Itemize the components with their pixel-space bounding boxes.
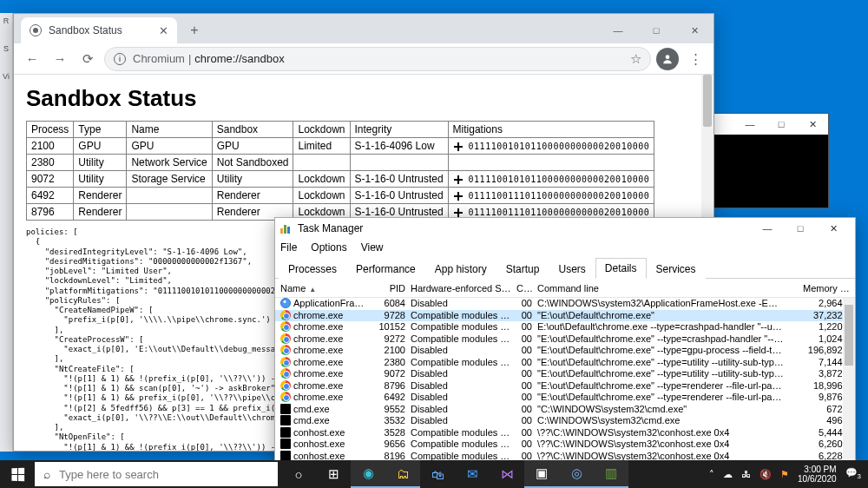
chromium-icon[interactable]: ◎ [559,460,594,488]
process-row[interactable]: chrome.exe9272Compatible modules only00"… [275,333,855,346]
browser-tab[interactable]: Sandbox Status ✕ [21,17,177,43]
window-title: Task Manager [298,222,363,234]
omnibox-path: chrome://sandbox [194,52,284,65]
mail-icon[interactable]: ✉ [455,460,490,488]
tab-title: Sandbox Status [49,24,122,36]
process-icon [280,427,291,438]
process-row[interactable]: ApplicationFrameHost...6084Disabled00C:\… [275,298,855,310]
tab-users[interactable]: Users [549,259,595,279]
process-row[interactable]: chrome.exe10152Compatible modules only00… [275,321,855,333]
column-header: Sandbox [212,122,293,138]
column-header: Lockdown [293,122,350,138]
process-icon [280,439,291,449]
file-explorer-icon[interactable]: 🗂 [385,460,420,488]
sandbox-table: ProcessTypeNameSandboxLockdownIntegrityM… [26,121,654,221]
process-row[interactable]: chrome.exe2100Disabled00"E:\out\Default\… [275,345,855,357]
column-header: Process [27,122,74,138]
system-tray[interactable]: ˄ ☁ 🖧 🔇 ⚑ 3:00 PM10/6/2020 💬3 [702,465,868,484]
task-manager-titlebar[interactable]: Task Manager ― □ ✕ [275,218,855,239]
search-placeholder: Type here to search [59,468,159,481]
new-tab-button[interactable]: + [182,18,207,43]
scrollbar-thumb[interactable] [845,305,853,366]
process-icon [280,380,291,391]
table-row: 2380UtilityNetwork ServiceNot Sandboxed [27,155,654,171]
minimize-button[interactable]: ― [599,17,637,43]
process-row[interactable]: cmd.exe3532Disabled00C:\WINDOWS\system32… [275,415,855,427]
process-row[interactable]: conhost.exe9656Compatible modules only00… [275,439,855,451]
onedrive-icon[interactable]: ☁ [723,469,733,480]
taskbar[interactable]: ⌕ Type here to search ○ ⊞ ◉ 🗂 🛍 ✉ ⋈ ▣ ◎ … [0,460,868,488]
close-button[interactable]: ✕ [817,219,850,238]
column-header: Type [74,122,127,138]
minimize-button[interactable]: ― [751,219,784,238]
store-icon[interactable]: 🛍 [420,460,455,488]
table-row: 9072UtilityStorage ServiceUtilityLockdow… [27,171,654,188]
back-button[interactable]: ← [21,48,43,70]
process-grid[interactable]: Name▲ PID Hardware-enforced Stac... CPU … [275,279,855,461]
process-row[interactable]: cmd.exe9552Disabled00"C:\WINDOWS\system3… [275,404,855,416]
process-row[interactable]: chrome.exe6492Disabled00"E:\out\Default\… [275,392,855,404]
tab-performance[interactable]: Performance [346,259,425,279]
task-manager-window[interactable]: Task Manager ― □ ✕ FileOptionsView Proce… [274,217,856,462]
windows-logo-icon [11,467,24,481]
start-button[interactable] [0,460,35,488]
maximize-button[interactable]: □ [637,17,675,43]
grid-header[interactable]: Name▲ PID Hardware-enforced Stac... CPU … [275,279,855,298]
tab-app-history[interactable]: App history [425,259,496,279]
cortana-icon[interactable]: ○ [281,460,316,488]
page-title: Sandbox Status [26,85,701,112]
table-row: 2100GPUGPUGPULimitedS-1-16-4096 Low01111… [27,138,654,155]
menu-item[interactable]: File [280,241,297,254]
forward-button[interactable]: → [49,48,71,70]
process-row[interactable]: chrome.exe9072Disabled00"E:\out\Default\… [275,368,855,380]
process-icon [280,310,291,320]
visual-studio-icon[interactable]: ⋈ [490,460,524,488]
process-icon [280,321,291,332]
process-row[interactable]: conhost.exe3528Compatible modules only00… [275,427,855,439]
process-row[interactable]: chrome.exe8796Disabled00"E:\out\Default\… [275,380,855,392]
volume-icon[interactable]: 🔇 [760,469,772,480]
security-icon[interactable]: ⚑ [780,469,789,480]
expand-icon[interactable] [453,142,464,152]
close-button[interactable]: ✕ [675,17,713,43]
menu-item[interactable]: View [361,241,384,254]
chrome-titlebar[interactable]: Sandbox Status ✕ + ― □ ✕ [14,14,713,43]
minimize-button[interactable]: ― [734,114,766,135]
tray-chevron-icon[interactable]: ˄ [709,469,714,480]
process-icon [280,345,291,355]
taskbar-search[interactable]: ⌕ Type here to search [35,462,278,486]
tab-details[interactable]: Details [595,258,647,279]
expand-icon[interactable] [453,191,464,201]
process-row[interactable]: chrome.exe9728Compatible modules only00"… [275,310,855,322]
clock[interactable]: 3:00 PM10/6/2020 [798,465,837,484]
chrome-menu-button[interactable]: ⋮ [684,48,707,70]
menu-item[interactable]: Options [311,241,346,254]
close-button[interactable]: ✕ [797,114,828,135]
terminal-icon[interactable]: ▣ [524,460,559,488]
notifications-icon[interactable]: 💬3 [845,467,861,480]
tab-close-icon[interactable]: ✕ [159,24,168,37]
profile-avatar-icon[interactable] [656,48,679,70]
scrollbar[interactable] [843,298,855,461]
process-icon [280,404,291,414]
task-view-icon[interactable]: ⊞ [316,460,351,488]
tab-startup[interactable]: Startup [496,259,549,279]
taskbar-pinned: ○ ⊞ ◉ 🗂 🛍 ✉ ⋈ ▣ ◎ ▥ [281,460,628,488]
bookmark-star-icon[interactable]: ☆ [630,51,641,67]
tab-processes[interactable]: Processes [279,259,346,279]
edge-icon[interactable]: ◉ [351,460,385,488]
column-header: Name [127,122,212,138]
address-bar[interactable]: i Chromium | chrome://sandbox ☆ [104,47,651,71]
task-manager-taskbar-icon[interactable]: ▥ [594,460,628,488]
maximize-button[interactable]: □ [766,114,797,135]
tab-services[interactable]: Services [647,259,706,279]
expand-icon[interactable] [453,175,464,185]
scrollbar-thumb[interactable] [703,75,712,127]
maximize-button[interactable]: □ [784,219,817,238]
svg-point-0 [666,55,670,59]
sort-asc-icon: ▲ [309,286,316,293]
process-row[interactable]: chrome.exe2380Compatible modules only00"… [275,357,855,369]
reload-button[interactable]: ⟳ [76,48,99,70]
site-info-icon[interactable]: i [114,53,126,65]
network-icon[interactable]: 🖧 [741,469,751,479]
